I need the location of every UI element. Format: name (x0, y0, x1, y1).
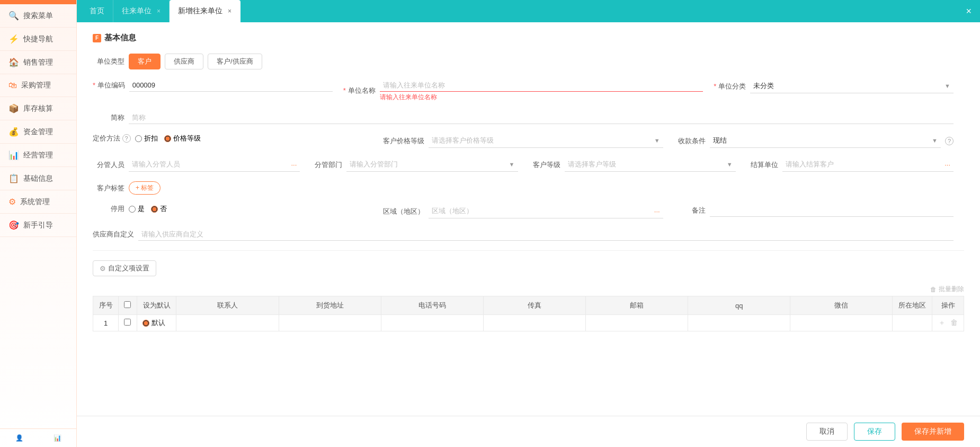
tab-partners-label: 往来单位 (122, 6, 152, 16)
sidebar-item-sales[interactable]: 🏠 销售管理 (0, 51, 76, 74)
phone-input[interactable] (387, 319, 478, 327)
unit-type-both[interactable]: 客户/供应商 (208, 54, 262, 69)
batch-delete-button[interactable]: 🗑 批量删除 (930, 285, 964, 294)
tab-new-partner[interactable]: 新增往来单位 × (170, 0, 240, 22)
payment-condition-field: 收款条件 现结 ▼ ? (674, 134, 964, 148)
settlement-select[interactable]: 请输入结算客户 ··· (782, 157, 954, 172)
contact-input[interactable] (182, 319, 273, 327)
region-field: 区域（地区） 区域（地区） ··· (383, 204, 673, 218)
sidebar-item-inventory[interactable]: 📦 库存核算 (0, 97, 76, 120)
cancel-button[interactable]: 取消 (806, 423, 848, 441)
remark-field: 备注 (674, 204, 964, 217)
sidebar-item-label: 销售管理 (23, 58, 53, 67)
custom-settings-button[interactable]: ⚙ 自定义项设置 (93, 260, 156, 276)
row-checkbox[interactable] (124, 319, 131, 326)
unit-type-label: 单位类型 (93, 57, 124, 66)
region-dots-icon[interactable]: ··· (654, 207, 660, 215)
sidebar-item-purchase[interactable]: 🛍 采购管理 (0, 74, 76, 97)
supplier-custom-row: 供应商自定义 (93, 228, 964, 241)
cell-address[interactable] (279, 315, 381, 331)
wechat-input[interactable] (796, 319, 887, 327)
delete-row-icon[interactable]: 🗑 (950, 318, 958, 327)
sidebar-bottom: 👤 📊 (0, 428, 76, 447)
address-input[interactable] (284, 319, 376, 327)
abbr-row: 简称 (93, 111, 964, 124)
save-new-button[interactable]: 保存并新增 (902, 423, 964, 441)
tab-partners-close[interactable]: × (157, 7, 161, 15)
manager-placeholder: 请输入分管人员 (132, 160, 291, 169)
sidebar-item-system[interactable]: ⚙ 系统管理 (0, 190, 76, 214)
select-all-checkbox[interactable] (124, 301, 131, 308)
unit-code-input[interactable] (129, 79, 333, 92)
payment-help-icon[interactable]: ? (945, 137, 954, 145)
sidebar-item-guide[interactable]: 🎯 新手引导 (0, 214, 76, 237)
qq-input[interactable] (693, 319, 785, 327)
sidebar-item-business[interactable]: 📊 经营管理 (0, 144, 76, 167)
unit-type-group: 客户 供应商 客户/供应商 (129, 54, 262, 69)
chevron-down-icon: ▼ (945, 83, 950, 89)
unit-type-supplier[interactable]: 供应商 (165, 54, 203, 69)
email-input[interactable] (591, 319, 682, 327)
payment-condition-label: 收款条件 (674, 136, 706, 146)
manager-dots-icon[interactable]: ··· (291, 161, 297, 169)
search-icon: 🔍 (8, 11, 19, 21)
sidebar-bottom-left[interactable]: 👤 (0, 429, 38, 447)
section-icon: F (93, 34, 101, 42)
default-radio[interactable]: 默认 (142, 318, 171, 328)
tab-partners[interactable]: 往来单位 × (113, 0, 170, 22)
add-row-icon[interactable]: ＋ (938, 318, 946, 327)
cell-phone[interactable] (381, 315, 483, 331)
sidebar-bottom-right[interactable]: 📊 (38, 429, 76, 447)
cell-qq[interactable] (688, 315, 790, 331)
sidebar-item-finance[interactable]: 💰 资金管理 (0, 120, 76, 144)
tags-field: 客户标签 + 标签 (93, 181, 964, 195)
pricing-row: 定价方法 ? 折扣 价格等级 客户价格等级 请选择客户价 (93, 134, 964, 148)
sidebar-item-label: 经营管理 (23, 151, 53, 160)
pricing-help-icon[interactable]: ? (122, 134, 131, 143)
region-placeholder: 区域（地区） (432, 206, 654, 216)
abbr-input[interactable] (129, 111, 954, 124)
payment-condition-select[interactable]: 现结 ▼ (710, 134, 941, 148)
th-qq: qq (688, 296, 790, 315)
tab-new-partner-close[interactable]: × (228, 7, 231, 15)
unit-category-select[interactable]: 未分类 ▼ (750, 79, 954, 93)
remark-input[interactable] (710, 204, 954, 217)
pricing-price-level[interactable]: 价格等级 (164, 134, 201, 143)
region-select[interactable]: 区域（地区） ··· (429, 204, 663, 218)
supplier-custom-input[interactable] (138, 228, 954, 241)
unit-type-customer[interactable]: 客户 (129, 54, 161, 69)
settlement-dots-icon[interactable]: ··· (945, 161, 950, 169)
sidebar-item-search[interactable]: 🔍 搜索菜单 (0, 4, 76, 28)
fax-input[interactable] (489, 319, 580, 327)
cell-wechat[interactable] (790, 315, 893, 331)
tabbar-close-all[interactable]: × (966, 6, 972, 16)
customer-level-select[interactable]: 请选择客户等级 ▼ (565, 157, 736, 172)
department-select[interactable]: 请输入分管部门 ▼ (346, 157, 518, 172)
settlement-placeholder: 请输入结算客户 (786, 160, 945, 169)
manager-select[interactable]: 请输入分管人员 ··· (129, 157, 300, 172)
cell-contact[interactable] (176, 315, 279, 331)
unit-name-input[interactable] (380, 79, 703, 92)
save-button[interactable]: 保存 (854, 423, 895, 441)
pricing-discount[interactable]: 折扣 (135, 134, 158, 143)
sidebar-item-quicknav[interactable]: ⚡ 快捷导航 (0, 28, 76, 51)
settlement-field: 结算单位 请输入结算客户 ··· (746, 157, 964, 172)
tab-home[interactable]: 首页 (81, 0, 113, 22)
supplier-custom-label: 供应商自定义 (93, 230, 134, 239)
disable-no[interactable]: 否 (151, 204, 167, 214)
customer-price-select[interactable]: 请选择客户价格等级 ▼ (429, 134, 663, 148)
gear-icon: ⚙ (8, 197, 16, 207)
cell-email[interactable] (585, 315, 688, 331)
sidebar-item-label: 搜索菜单 (23, 11, 53, 21)
add-tag-button[interactable]: + 标签 (129, 181, 161, 195)
disable-yes[interactable]: 是 (129, 204, 145, 214)
customer-level-placeholder: 请选择客户等级 (568, 160, 727, 169)
cell-fax[interactable] (483, 315, 585, 331)
disable-label: 停用 (93, 204, 124, 214)
disable-field: 停用 是 否 (93, 204, 383, 214)
tags-label: 客户标签 (93, 183, 124, 193)
sidebar-item-basic[interactable]: 📋 基础信息 (0, 167, 76, 190)
th-action: 操作 (932, 296, 964, 315)
chevron-down-icon5: ▼ (727, 161, 733, 168)
table-row: 1 默认 (93, 315, 964, 331)
